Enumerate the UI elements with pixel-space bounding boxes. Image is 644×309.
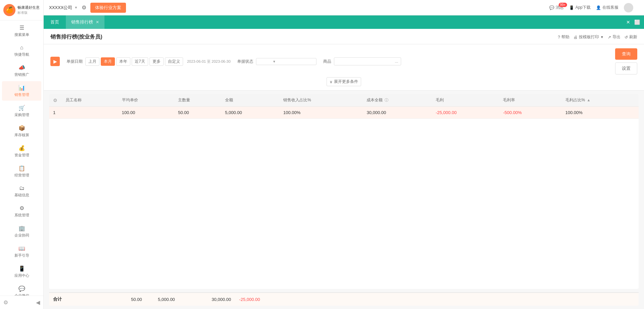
status-label: 单据状态 [237, 59, 253, 64]
company-selector[interactable]: XXXXX公司 ▼ [49, 5, 78, 11]
sidebar-item-operations[interactable]: 📋 经营管理 [2, 162, 41, 181]
print-btn[interactable]: 🖨 按模板打印 ▼ [573, 34, 604, 40]
purchase-icon: 🛒 [18, 105, 25, 111]
sidebar-item-system[interactable]: ⚙ 系统管理 [2, 202, 41, 221]
search-menu-icon: ☰ [19, 24, 24, 31]
date-btn-last-7days[interactable]: 近7天 [132, 57, 148, 66]
cost-label: 成本全额 [367, 98, 383, 102]
print-label: 按模板打印 [579, 34, 599, 40]
export-btn[interactable]: ↗ 导出 [608, 34, 620, 40]
col-avg-price: 平均单价 [118, 94, 174, 107]
tab-restore-icon[interactable]: ✕ [626, 19, 630, 25]
cell-qty: 50.00 [174, 107, 221, 119]
sidebar-collapse-icon[interactable]: ◀ [36, 299, 40, 306]
content-area: 销售排行榜(按业务员) ? 帮助 🖨 按模板打印 ▼ ↗ 导出 ↺ 刷新 [44, 29, 644, 309]
sidebar-item-inventory[interactable]: 📦 库存核算 [2, 121, 41, 141]
goods-input[interactable]: ... [334, 57, 401, 65]
tab-close-icon[interactable]: ✕ [96, 20, 99, 24]
online-service-btn[interactable]: 👤 在线客服 [596, 5, 618, 10]
col-amount: 全额 [221, 94, 280, 107]
goods-more-icon[interactable]: ... [395, 59, 398, 64]
query-button[interactable]: 查询 [615, 48, 637, 60]
sidebar-item-operations-label: 经营管理 [14, 173, 29, 178]
sidebar-item-sales[interactable]: 📊 销售管理 [2, 81, 41, 101]
date-btn-this-month[interactable]: 本月 [101, 57, 115, 66]
sidebar-item-finance[interactable]: 💰 资金管理 [2, 142, 41, 161]
sidebar-item-marketing-label: 营销推广 [14, 72, 29, 77]
topbar-right: 💬 消息 99+ 📱 App下载 👤 在线客服 [549, 3, 639, 12]
sidebar-item-purchase[interactable]: 🛒 采购管理 [2, 101, 41, 121]
cell-gross-rate: -500.00% [499, 107, 561, 119]
sidebar-item-basicinfo[interactable]: 🗂 基础信息 [2, 182, 41, 201]
marketing-icon: 📣 [18, 64, 25, 71]
main-area: XXXXX公司 ▼ ⚙ 体验行业方案 💬 消息 99+ 📱 App下载 👤 在线… [44, 0, 644, 309]
filter-goods: 商品 ... [323, 57, 401, 65]
logo-text: 畅康通好生意 标准版 [17, 5, 40, 15]
sidebar-item-search[interactable]: ☰ 搜索菜单 [2, 21, 41, 41]
sidebar-item-inventory-label: 库存核算 [14, 133, 29, 138]
footer-cost: 30,000.00 [208, 297, 235, 302]
date-btn-this-year[interactable]: 本年 [116, 57, 130, 66]
content-header: 销售排行榜(按业务员) ? 帮助 🖨 按模板打印 ▼ ↗ 导出 ↺ 刷新 [44, 29, 644, 44]
topbar-settings-icon[interactable]: ⚙ [82, 4, 86, 11]
refresh-btn[interactable]: ↺ 刷新 [625, 34, 637, 40]
app-download-btn[interactable]: 📱 App下载 [569, 5, 591, 10]
message-btn[interactable]: 💬 消息 99+ [549, 5, 564, 10]
sidebar-item-enterprise[interactable]: 🏢 企业协同 [2, 222, 41, 241]
table-body: 1 100.00 50.00 5,000.00 100.00% 30,000.0… [49, 107, 639, 119]
table-header-row: ⚙ 员工名称 平均单价 主数量 全额 销售收入占比% 成本全额 ⓘ 毛利 毛利率 [49, 94, 639, 107]
col-settings: ⚙ [49, 94, 61, 107]
sidebar-item-guide[interactable]: 📖 新手引导 [2, 242, 41, 261]
refresh-label: 刷新 [629, 34, 637, 40]
table-wrapper: ⚙ 员工名称 平均单价 主数量 全额 销售收入占比% 成本全额 ⓘ 毛利 毛利率 [49, 94, 639, 289]
trial-btn[interactable]: 体验行业方案 [90, 3, 126, 13]
logo-subtitle: 标准版 [17, 10, 40, 15]
service-icon: 👤 [596, 5, 601, 10]
help-icon: ? [558, 35, 560, 40]
user-avatar[interactable] [624, 3, 633, 12]
sidebar-item-wechat[interactable]: 💬 企业微信 [2, 282, 41, 296]
sidebar-item-appcenter[interactable]: 📱 应用中心 [2, 262, 41, 281]
status-dropdown-icon: ▼ [272, 60, 276, 63]
help-btn[interactable]: ? 帮助 [558, 34, 569, 40]
date-btn-more[interactable]: 更多 [149, 57, 164, 66]
date-range-buttons: 上月 本月 本年 近7天 更多 自定义 [85, 57, 183, 66]
cell-amount: 5,000.00 [221, 107, 280, 119]
col-name: 员工名称 [61, 94, 118, 107]
sidebar-item-quicknav[interactable]: ⌂ 快捷导航 [2, 41, 41, 60]
table-row: 1 100.00 50.00 5,000.00 100.00% 30,000.0… [49, 107, 639, 119]
expand-conditions-btn[interactable]: ∨ 展开更多条件 [327, 77, 361, 86]
data-table: ⚙ 员工名称 平均单价 主数量 全额 销售收入占比% 成本全额 ⓘ 毛利 毛利率 [49, 94, 639, 119]
cell-avg-price: 100.00 [118, 107, 174, 119]
topbar: XXXXX公司 ▼ ⚙ 体验行业方案 💬 消息 99+ 📱 App下载 👤 在线… [44, 0, 644, 15]
status-select[interactable]: ▼ [256, 58, 316, 65]
filter-expand-toggle[interactable]: ▶ [50, 57, 60, 66]
tab-maximize-icon[interactable]: ⬜ [634, 19, 640, 25]
inventory-icon: 📦 [18, 125, 25, 131]
table-head: ⚙ 员工名称 平均单价 主数量 全额 销售收入占比% 成本全额 ⓘ 毛利 毛利率 [49, 94, 639, 107]
page-title: 销售排行榜(按业务员) [50, 34, 102, 41]
sidebar: 🍊 畅康通好生意 标准版 ☰ 搜索菜单 ⌂ 快捷导航 📣 营销推广 📊 销售管理… [0, 0, 44, 309]
sidebar-item-marketing[interactable]: 📣 营销推广 [2, 61, 41, 81]
sidebar-item-appcenter-label: 应用中心 [14, 273, 29, 278]
tab-sales-rank[interactable]: 销售排行榜 ✕ [66, 15, 104, 29]
cell-gross-pct: 100.00% [561, 107, 639, 119]
help-label: 帮助 [561, 34, 569, 40]
basicinfo-icon: 🗂 [19, 185, 25, 191]
footer-cells: 50.00 5,000.00 30,000.00 -25,000.00 [73, 297, 635, 302]
col-gross-pct: 毛利占比% ▲ [561, 94, 639, 107]
date-btn-last-month[interactable]: 上月 [85, 57, 99, 66]
col-sales-pct: 销售收入占比% [279, 94, 362, 107]
column-settings-icon[interactable]: ⚙ [53, 98, 57, 103]
filter-expand-row: ∨ 展开更多条件 [50, 77, 637, 86]
sidebar-item-sales-label: 销售管理 [14, 92, 29, 97]
sidebar-nav: ☰ 搜索菜单 ⌂ 快捷导航 📣 营销推广 📊 销售管理 🛒 采购管理 📦 库存核… [0, 20, 43, 296]
date-btn-custom[interactable]: 自定义 [165, 57, 183, 66]
settings-button[interactable]: 设置 [615, 62, 637, 74]
tab-home[interactable]: 首页 [44, 15, 66, 29]
cost-info-icon: ⓘ [385, 98, 388, 102]
date-label: 单据日期 [67, 59, 83, 64]
goods-label: 商品 [323, 59, 331, 64]
sidebar-settings-icon[interactable]: ⚙ [3, 299, 8, 306]
cell-name [61, 107, 118, 119]
